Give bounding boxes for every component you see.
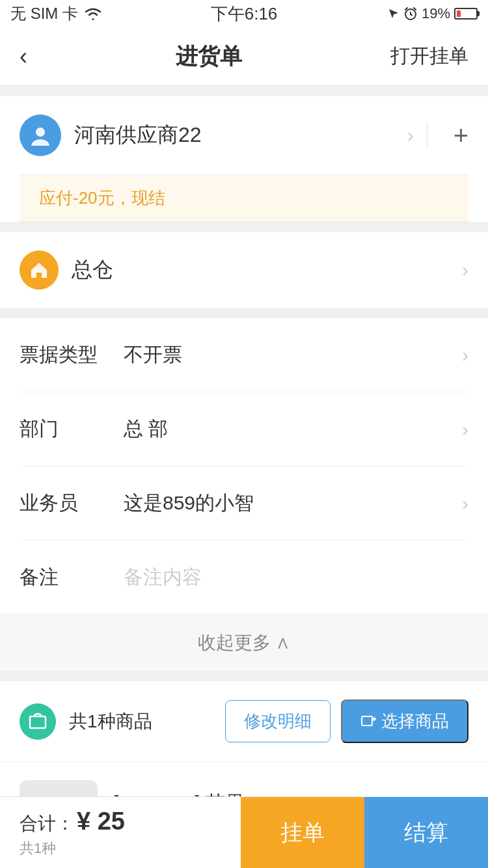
remark-input[interactable]: 备注内容 xyxy=(111,564,468,591)
alarm-icon xyxy=(403,7,418,21)
battery-text: 19% xyxy=(422,5,450,22)
nav-bar: ‹ 进货单 打开挂单 xyxy=(0,27,488,86)
supplier-row[interactable]: 河南供应商22 › + xyxy=(20,96,468,175)
supplier-section: 河南供应商22 › + 应付-20元，现结 xyxy=(0,96,488,222)
wifi-icon xyxy=(83,7,103,21)
house-icon xyxy=(29,260,49,280)
department-value: 总 部 xyxy=(111,416,462,442)
collapse-bar[interactable]: 收起更多 ∧ xyxy=(0,614,488,671)
warehouse-chevron-icon: › xyxy=(462,259,468,281)
status-bar-left: 无 SIM 卡 xyxy=(10,3,103,24)
supplier-divider xyxy=(427,122,427,148)
remark-label: 备注 xyxy=(20,564,111,591)
warehouse-row[interactable]: 总仓 › xyxy=(20,232,468,308)
footer-total-amount: ¥ 25 xyxy=(77,807,125,835)
salesperson-label: 业务员 xyxy=(20,490,111,517)
supplier-avatar xyxy=(20,115,61,156)
status-bar: 无 SIM 卡 下午6:16 19% xyxy=(0,0,488,27)
collapse-label: 收起更多 ∧ xyxy=(198,632,291,653)
add-supplier-button[interactable]: + xyxy=(454,121,468,150)
remark-row[interactable]: 备注 备注内容 xyxy=(20,541,468,614)
status-bar-right: 19% xyxy=(388,5,478,22)
salesperson-value: 这是859的小智 xyxy=(111,490,462,517)
person-icon xyxy=(29,124,52,147)
salesperson-chevron-icon: › xyxy=(462,493,468,515)
supplier-notice: 应付-20元，现结 xyxy=(20,175,468,222)
select-product-button[interactable]: 选择商品 xyxy=(341,699,468,743)
gap-4 xyxy=(0,671,488,681)
department-chevron-icon: › xyxy=(462,418,468,441)
svg-rect-4 xyxy=(36,273,42,278)
ticket-row[interactable]: 票据类型 不开票 › xyxy=(20,318,468,392)
form-section: 票据类型 不开票 › 部门 总 部 › 业务员 这是859的小智 › 备注 备注… xyxy=(0,318,488,614)
pending-button[interactable]: 挂单 xyxy=(241,797,364,868)
carrier-text: 无 SIM 卡 xyxy=(10,3,78,24)
gap-3 xyxy=(0,308,488,318)
supplier-name: 河南供应商22 xyxy=(74,121,407,150)
gap-1 xyxy=(0,86,488,96)
ticket-value: 不开票 xyxy=(111,342,462,368)
salesperson-row[interactable]: 业务员 这是859的小智 › xyxy=(20,467,468,541)
svg-rect-5 xyxy=(30,716,46,728)
open-pending-button[interactable]: 打开挂单 xyxy=(390,43,468,70)
svg-rect-6 xyxy=(362,716,372,726)
warehouse-section: 总仓 › xyxy=(0,232,488,308)
department-row[interactable]: 部门 总 部 › xyxy=(20,392,468,467)
ticket-chevron-icon: › xyxy=(462,344,468,366)
battery-icon xyxy=(454,8,478,20)
footer-sub-text: 共1种 xyxy=(20,839,221,858)
edit-detail-button[interactable]: 修改明细 xyxy=(225,700,331,742)
status-bar-time: 下午6:16 xyxy=(211,3,278,25)
department-label: 部门 xyxy=(20,416,111,442)
footer: 合计： ¥ 25 共1种 挂单 结算 xyxy=(0,796,488,868)
warehouse-name: 总仓 xyxy=(72,256,462,284)
footer-total: 合计： ¥ 25 共1种 xyxy=(0,797,241,868)
page-title: 进货单 xyxy=(176,42,242,72)
product-count-icon xyxy=(20,703,56,740)
product-header: 共1种商品 修改明细 选择商品 xyxy=(0,681,488,762)
footer-total-label: 合计： xyxy=(20,811,74,836)
cart-icon xyxy=(27,711,48,732)
location-icon xyxy=(388,8,400,20)
warehouse-icon xyxy=(20,251,59,290)
settle-button[interactable]: 结算 xyxy=(364,797,488,868)
gap-2 xyxy=(0,222,488,232)
ticket-label: 票据类型 xyxy=(20,342,111,368)
select-product-label: 选择商品 xyxy=(381,710,449,733)
supplier-chevron-icon: › xyxy=(407,124,414,146)
svg-point-3 xyxy=(36,128,45,137)
product-count-text: 共1种商品 xyxy=(69,709,225,734)
select-product-icon xyxy=(360,714,376,729)
back-button[interactable]: ‹ xyxy=(20,43,27,70)
